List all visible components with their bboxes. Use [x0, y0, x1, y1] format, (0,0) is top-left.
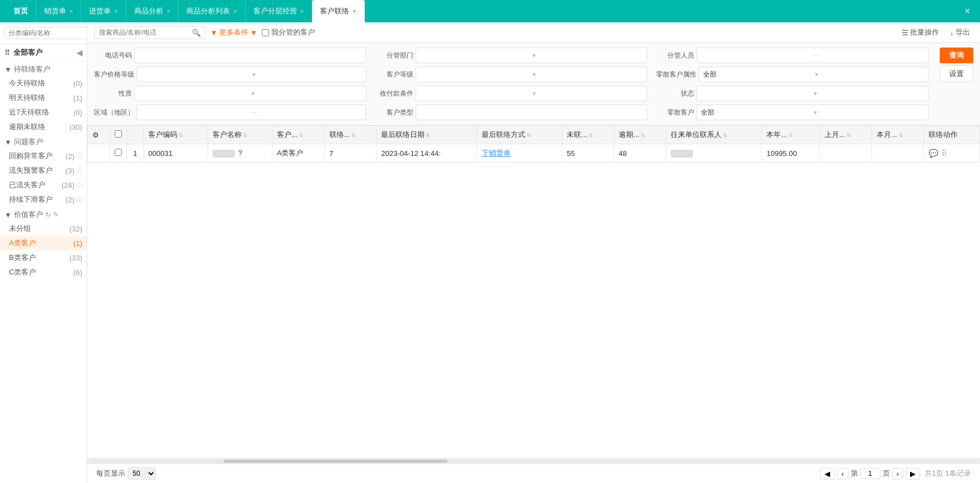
settings-gear-icon[interactable]: ⚙ [92, 131, 99, 139]
sidebar-item-c-class[interactable]: C类客户 (6) [0, 265, 87, 280]
sidebar-item-lost-warning[interactable]: 流失预警客户 (3) ⓘ [0, 163, 87, 178]
my-customers-checkbox[interactable] [262, 29, 269, 36]
th-overdue[interactable]: 逾期... ⇅ [614, 126, 666, 144]
query-button[interactable]: 查询 [940, 48, 973, 63]
chat-icon[interactable]: 💬 [929, 149, 938, 158]
th-last-contact-date[interactable]: 最后联络日期 ⇅ [376, 126, 477, 144]
sidebar-item-repurchase[interactable]: 回购异常客户 (2) ⓘ [0, 149, 87, 163]
qr-icon[interactable]: ⠿ [941, 149, 947, 158]
nav-tab-purchase[interactable]: 进货单 × [81, 0, 126, 22]
pending-group-label[interactable]: ▼ 待联络客户 [0, 61, 87, 76]
row-checkbox-cell[interactable] [110, 144, 127, 163]
sidebar-item-b-class[interactable]: B类客户 (33) [0, 250, 87, 265]
prev-page-btn[interactable]: ‹ [837, 468, 848, 480]
page-input[interactable] [860, 468, 880, 479]
th-this-month[interactable]: 本月... ⇅ [871, 126, 924, 144]
th-last-contact-method[interactable]: 最后联络方式 ⇅ [477, 126, 562, 144]
nature-select[interactable]: ▼ [134, 86, 366, 101]
payment-select[interactable]: ▼ [416, 86, 648, 101]
th-no-contact[interactable]: 未联... ⇅ [562, 126, 614, 144]
th-last-month[interactable]: 上月... ⇅ [819, 126, 871, 144]
first-page-btn[interactable]: ◀ [820, 468, 835, 480]
a-class-label: A类客户 [9, 238, 36, 248]
row-last-contact-method[interactable]: 下销货单 [477, 144, 562, 163]
select-all-checkbox[interactable] [115, 130, 122, 138]
filter-search-input[interactable] [99, 29, 192, 36]
scroll-thumb[interactable] [224, 460, 447, 463]
row-checkbox[interactable] [115, 149, 122, 156]
th-name[interactable]: 客户名称 ⇅ [208, 126, 272, 144]
close-purchase-icon[interactable]: × [114, 8, 117, 15]
th-this-year-sort-icon[interactable]: ⇅ [788, 132, 793, 138]
value-refresh-icon[interactable]: ↻ [45, 211, 51, 219]
th-code-sort-icon[interactable]: ⇅ [178, 132, 183, 138]
page-size-select[interactable]: 50 100 200 [128, 467, 156, 480]
sidebar-item-tomorrow[interactable]: 明天待联络 (1) [0, 91, 87, 105]
manager-select[interactable]: ··· [696, 48, 929, 63]
last-page-btn[interactable]: ▶ [906, 468, 920, 480]
scroll-track[interactable] [89, 460, 978, 463]
phone-input[interactable] [134, 48, 366, 63]
settings-button[interactable]: 设置 [940, 65, 973, 82]
th-last-contact-method-sort-icon[interactable]: ⇅ [526, 132, 531, 138]
th-last-month-sort-icon[interactable]: ⇅ [846, 132, 851, 138]
dept-select[interactable]: ▼ [416, 48, 648, 63]
next-page-btn[interactable]: › [892, 468, 903, 480]
sidebar-item-ungrouped[interactable]: 未分组 (32) [0, 221, 87, 236]
th-contact-count[interactable]: 联络... ⇅ [324, 126, 376, 144]
close-analysis-list-icon[interactable]: × [233, 8, 237, 15]
filter-more-btn[interactable]: ▼ 更多条件 ▼ [210, 27, 257, 37]
th-last-contact-date-sort-icon[interactable]: ⇅ [426, 132, 430, 138]
filter-search-icon[interactable]: 🔍 [192, 29, 201, 37]
nav-tab-customer-tier[interactable]: 客户分层经营 × [246, 0, 312, 22]
close-analysis-icon[interactable]: × [167, 8, 170, 15]
export-btn[interactable]: ↓ 导出 [947, 26, 974, 39]
sidebar-search-input[interactable] [4, 27, 87, 39]
value-group-label[interactable]: ▼ 价值客户 ↻ ✎ [0, 207, 87, 221]
horizontal-scrollbar[interactable] [87, 458, 980, 463]
th-checkbox[interactable] [110, 126, 127, 144]
sales-label: 销货单 [44, 6, 66, 16]
nav-tab-home[interactable]: 首页 [6, 0, 36, 22]
table-body: 1 000031 ？ A类客户 7 [88, 144, 980, 163]
sidebar-collapse-icon[interactable]: ◀ [77, 49, 82, 57]
batch-btn[interactable]: ☰ 批量操作 [898, 26, 943, 39]
retail-attr-select[interactable]: 全部 ▼ [699, 67, 929, 82]
customer-grade-select[interactable]: ▼ [416, 67, 648, 82]
price-grade-select[interactable]: ▼ [136, 67, 366, 82]
th-name-sort-icon[interactable]: ⇅ [243, 132, 247, 138]
all-customers-header[interactable]: ⠿ 全部客户 ◀ [0, 44, 87, 61]
close-customer-contact-icon[interactable]: × [352, 8, 356, 15]
th-no-contact-sort-icon[interactable]: ⇅ [588, 132, 593, 138]
th-company-contact-sort-icon[interactable]: ⇅ [723, 132, 727, 138]
sidebar-item-lost[interactable]: 已流失客户 (24) ⓘ [0, 178, 87, 192]
problem-group-label[interactable]: ▼ 问题客户 [0, 134, 87, 149]
th-overdue-sort-icon[interactable]: ⇅ [640, 132, 645, 138]
retail-customer-select[interactable]: 全部 ▼ [696, 105, 929, 120]
close-customer-tier-icon[interactable]: × [300, 8, 304, 15]
th-this-month-sort-icon[interactable]: ⇅ [898, 132, 903, 138]
th-category[interactable]: 客户... ⇅ [272, 126, 324, 144]
status-select[interactable]: ▼ [696, 86, 929, 101]
sidebar-item-a-class[interactable]: A类客户 (1) [0, 236, 87, 250]
nav-tab-analysis[interactable]: 商品分析 × [126, 0, 178, 22]
th-contact-count-sort-icon[interactable]: ⇅ [351, 132, 356, 138]
nav-tab-customer-contact[interactable]: 客户联络 × [312, 0, 364, 22]
sidebar-item-today[interactable]: 今天待联络 (0) [0, 76, 87, 91]
nav-tab-analysis-list[interactable]: 商品分析列表 × [178, 0, 245, 22]
region-select[interactable]: ··· [136, 105, 366, 120]
th-code[interactable]: 客户编码 ⇅ [144, 126, 208, 144]
value-edit-icon[interactable]: ✎ [53, 211, 59, 219]
nav-tab-sales[interactable]: 销货单 × [36, 0, 81, 22]
row-last-contact-method-link[interactable]: 下销货单 [482, 149, 511, 157]
th-settings[interactable]: ⚙ [88, 126, 110, 144]
sidebar-item-declining[interactable]: 持续下滑客户 (2) ⓘ [0, 192, 87, 207]
sidebar-item-overdue[interactable]: 逾期未联络 (30) [0, 120, 87, 134]
th-company-contact[interactable]: 往来单位联系人 ⇅ [666, 126, 762, 144]
close-sales-icon[interactable]: × [69, 8, 73, 15]
th-category-sort-icon[interactable]: ⇅ [299, 132, 303, 138]
th-this-year[interactable]: 本年... ⇅ [762, 126, 820, 144]
window-close-icon[interactable]: × [960, 6, 974, 16]
sidebar-item-7days[interactable]: 近7天待联络 (0) [0, 105, 87, 120]
customer-type-input[interactable] [416, 105, 648, 120]
